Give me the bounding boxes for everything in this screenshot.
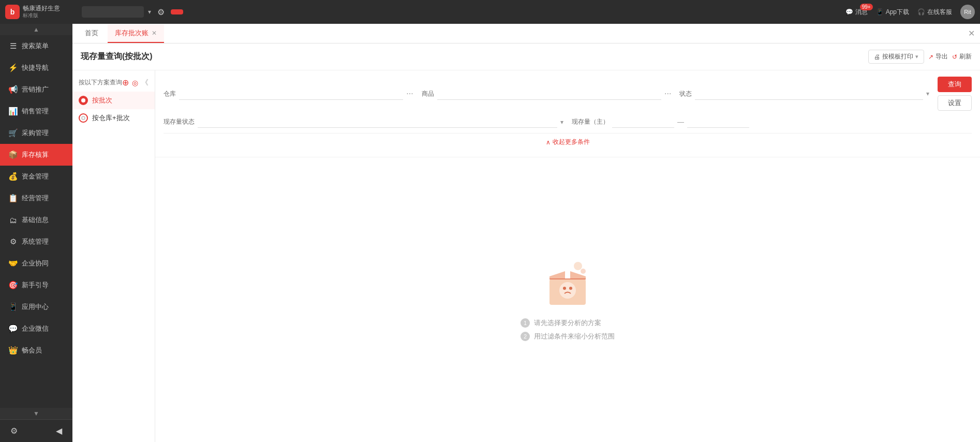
print-button[interactable]: 🖨 按模板打印 ▾ bbox=[868, 50, 924, 64]
product-input[interactable] bbox=[437, 88, 661, 100]
inventory-qty-from-input[interactable] bbox=[612, 116, 674, 128]
sales-icon: 📊 bbox=[8, 107, 18, 116]
sidebar-item-search-menu[interactable]: ☰ 搜索菜单 bbox=[0, 35, 72, 57]
tip-text-1: 请先选择要分析的方案 bbox=[534, 318, 601, 328]
sidebar-item-basic-info[interactable]: 🗂 基础信息 bbox=[0, 209, 72, 231]
sidebar-item-operations[interactable]: 📋 经营管理 bbox=[0, 187, 72, 209]
inventory-status-input[interactable] bbox=[198, 116, 557, 128]
status-chevron-icon[interactable]: ▾ bbox=[926, 90, 929, 97]
sidebar-item-label: 企业协同 bbox=[22, 259, 49, 268]
sidebar-item-enterprise-wechat[interactable]: 💬 企业微信 bbox=[0, 318, 72, 340]
empty-state: 1 请先选择要分析的方案 2 用过滤条件来缩小分析范围 bbox=[521, 258, 615, 341]
sidebar-collapse-button[interactable]: ◀ bbox=[54, 424, 64, 438]
logo-area: b 畅康通好生意 标准版 bbox=[5, 5, 78, 19]
tab-home-label: 首页 bbox=[85, 28, 98, 38]
scheme-gear-button[interactable]: ◎ bbox=[132, 79, 138, 87]
tab-inventory-batch-label: 库存批次账 bbox=[115, 28, 149, 38]
tab-close-icon[interactable]: ✕ bbox=[152, 30, 157, 36]
product-dots-button[interactable]: ··· bbox=[664, 89, 671, 98]
refresh-label: 刷新 bbox=[959, 52, 972, 61]
export-icon: ↗ bbox=[928, 53, 933, 61]
message-icon: 💬 bbox=[845, 8, 853, 16]
scheme-dot-filled bbox=[79, 96, 88, 105]
panel-close-button[interactable]: ✕ bbox=[968, 28, 975, 38]
inventory-icon: 📦 bbox=[8, 150, 18, 159]
sidebar-item-purchase[interactable]: 🛒 采购管理 bbox=[0, 122, 72, 144]
tab-inventory-batch[interactable]: 库存批次账 ✕ bbox=[108, 24, 164, 43]
inventory-qty-dash: — bbox=[677, 118, 684, 126]
sidebar-scroll-down[interactable]: ▼ bbox=[0, 408, 72, 419]
finance-icon: 💰 bbox=[8, 172, 18, 181]
inventory-status-chevron-icon[interactable]: ▾ bbox=[560, 119, 563, 126]
app-download-label: App下载 bbox=[886, 8, 909, 17]
app-download-item[interactable]: 📱 App下载 bbox=[876, 8, 909, 17]
app-center-icon: 📱 bbox=[8, 302, 18, 312]
online-service-item[interactable]: 🎧 在线客服 bbox=[917, 8, 952, 17]
refresh-button[interactable]: ↺ 刷新 bbox=[952, 52, 972, 61]
scheme-add-button[interactable]: ⊕ bbox=[122, 78, 129, 87]
status-input[interactable] bbox=[695, 88, 923, 100]
inventory-qty-label: 现存量（主） bbox=[572, 117, 609, 126]
filter-inventory-status: 现存量状态 ▾ bbox=[164, 116, 563, 128]
sidebar-item-label: 销售管理 bbox=[22, 107, 49, 116]
header-gear-button[interactable]: ⚙ bbox=[155, 5, 167, 19]
sidebar-item-newbie[interactable]: 🎯 新手引导 bbox=[0, 274, 72, 296]
tab-home[interactable]: 首页 bbox=[78, 24, 106, 43]
sidebar-item-inventory[interactable]: 📦 库存核算 bbox=[0, 144, 72, 166]
scheme-collapse-button[interactable]: 《 bbox=[141, 78, 149, 87]
search-menu-icon: ☰ bbox=[8, 41, 18, 51]
newbie-icon: 🎯 bbox=[8, 281, 18, 290]
trial-button[interactable] bbox=[171, 9, 183, 14]
sidebar-item-marketing[interactable]: 📢 营销推广 bbox=[0, 79, 72, 100]
refresh-icon: ↺ bbox=[952, 53, 957, 61]
scheme-item-label: 按仓库+批次 bbox=[92, 113, 130, 123]
scheme-item-by-warehouse-batch[interactable]: 按仓库+批次 bbox=[72, 109, 155, 127]
svg-point-7 bbox=[574, 262, 582, 270]
app-title: 畅康通好生意 bbox=[23, 5, 60, 12]
empty-tips: 1 请先选择要分析的方案 2 用过滤条件来缩小分析范围 bbox=[521, 318, 615, 341]
user-item[interactable]: Rit bbox=[960, 5, 975, 19]
sidebar-item-label: 采购管理 bbox=[22, 128, 49, 138]
print-chevron-icon[interactable]: ▾ bbox=[915, 53, 918, 60]
sidebar-item-finance[interactable]: 💰 资金管理 bbox=[0, 166, 72, 187]
warehouse-input[interactable] bbox=[179, 88, 403, 100]
sidebar-scroll-up[interactable]: ▲ bbox=[0, 24, 72, 35]
page-title: 现存量查询(按批次) bbox=[81, 51, 153, 62]
filter-row-2: 现存量状态 ▾ 现存量（主） — bbox=[164, 116, 972, 128]
sidebar: ▲ ☰ 搜索菜单 ⚡ 快捷导航 📢 营销推广 📊 销售管理 🛒 采购管理 📦 库… bbox=[0, 24, 72, 442]
filter-settings-button[interactable]: 设置 bbox=[938, 95, 972, 111]
warehouse-label: 仓库 bbox=[164, 90, 176, 98]
scheme-header-actions: ⊕ ◎ 《 bbox=[122, 78, 149, 87]
warehouse-dots-button[interactable]: ··· bbox=[406, 89, 413, 98]
sidebar-item-enterprise[interactable]: 🤝 企业协同 bbox=[0, 253, 72, 274]
results-area: 1 请先选择要分析的方案 2 用过滤条件来缩小分析范围 bbox=[155, 157, 980, 442]
empty-tip-2: 2 用过滤条件来缩小分析范围 bbox=[521, 332, 615, 341]
tip-number-2: 2 bbox=[521, 332, 530, 341]
search-input[interactable] bbox=[82, 6, 144, 18]
scheme-item-by-batch[interactable]: 按批次 bbox=[72, 92, 155, 109]
sidebar-item-system[interactable]: ⚙ 系统管理 bbox=[0, 231, 72, 253]
sidebar-item-quick-nav[interactable]: ⚡ 快捷导航 bbox=[0, 57, 72, 79]
status-label: 状态 bbox=[679, 90, 692, 98]
sidebar-item-member[interactable]: 👑 畅会员 bbox=[0, 340, 72, 361]
search-chevron-icon[interactable]: ▾ bbox=[148, 8, 151, 16]
sidebar-item-sales[interactable]: 📊 销售管理 bbox=[0, 100, 72, 122]
avatar: Rit bbox=[960, 5, 975, 19]
product-label: 商品 bbox=[422, 90, 434, 98]
tab-bar: 首页 库存批次账 ✕ ✕ bbox=[72, 24, 980, 43]
messages-item[interactable]: 💬 消息 99+ bbox=[845, 8, 868, 17]
export-button[interactable]: ↗ 导出 bbox=[928, 52, 948, 61]
svg-marker-1 bbox=[550, 271, 565, 279]
sidebar-settings-button[interactable]: ⚙ bbox=[8, 424, 20, 438]
phone-icon: 📱 bbox=[876, 8, 884, 16]
query-button[interactable]: 查询 bbox=[938, 77, 972, 92]
svg-point-6 bbox=[569, 287, 572, 290]
empty-tip-1: 1 请先选择要分析的方案 bbox=[521, 318, 615, 328]
collapse-conditions-button[interactable]: ∧ 收起更多条件 bbox=[164, 133, 972, 151]
sidebar-item-label: 库存核算 bbox=[22, 150, 49, 159]
tip-number-1: 1 bbox=[521, 318, 530, 328]
scheme-dot-circle bbox=[81, 116, 85, 120]
sidebar-item-app-center[interactable]: 📱 应用中心 bbox=[0, 296, 72, 318]
sidebar-item-label: 畅会员 bbox=[22, 346, 42, 355]
inventory-qty-to-input[interactable] bbox=[687, 116, 749, 128]
